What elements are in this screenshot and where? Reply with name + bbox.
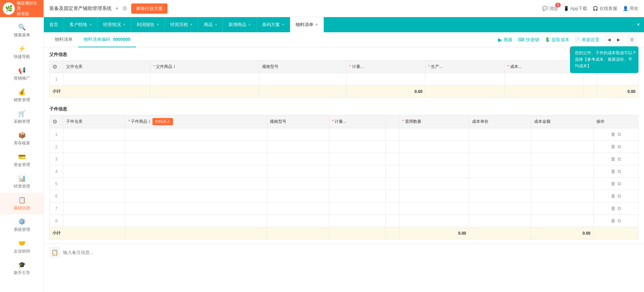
child-product-7[interactable] [125, 202, 267, 215]
delete-icon-4[interactable]: 🗑 [611, 168, 616, 174]
delete-icon-6[interactable]: 🗑 [611, 193, 616, 199]
tab-history[interactable]: 经营历程 × [165, 17, 198, 32]
settings-icon[interactable]: ⚙ [122, 5, 127, 12]
child-product-5[interactable] [125, 178, 267, 190]
sidebar-item-quicknav[interactable]: ⚡ 快捷导航 [0, 42, 44, 63]
close-tab-barcode[interactable]: × [282, 22, 284, 27]
child-product-1[interactable] [125, 128, 267, 141]
child-spec-1[interactable] [267, 128, 329, 141]
child-spec-6[interactable] [267, 190, 329, 202]
child-req-qty-8[interactable] [399, 215, 469, 227]
cost-button[interactable]: 💲 提取成本 [545, 37, 569, 43]
child-spec-8[interactable] [267, 215, 329, 227]
child-warehouse-6[interactable] [63, 190, 125, 202]
child-req-qty-3[interactable] [399, 153, 469, 165]
child-req-qty-2[interactable] [399, 141, 469, 153]
delete-icon-1[interactable]: 🗑 [611, 131, 616, 137]
parent-settings-icon[interactable]: ⚙ [52, 64, 57, 70]
child-req-qty-4[interactable] [399, 165, 469, 178]
sidebar-item-guide[interactable]: 🎓 新手引导 [0, 258, 44, 279]
app-download-button[interactable]: 📱 App下载 [564, 5, 587, 12]
child-qty-6[interactable] [329, 190, 386, 202]
child-settings-icon[interactable]: ⚙ [52, 119, 57, 125]
delete-icon-2[interactable]: 🗑 [611, 144, 616, 150]
child-spec-4[interactable] [267, 165, 329, 178]
child-warehouse-7[interactable] [63, 202, 125, 215]
tooltip-close-button[interactable]: × [633, 48, 636, 56]
sidebar-item-basic[interactable]: 📋 基础信息 [0, 193, 44, 214]
child-qty-1[interactable] [329, 128, 386, 141]
grid-view-button[interactable]: ☰ [628, 36, 636, 44]
sub-tab-list[interactable]: 物料清单 [49, 32, 78, 47]
child-product-8[interactable] [125, 215, 267, 227]
child-warehouse-5[interactable] [63, 178, 125, 190]
tab-barcode[interactable]: 条码方案 × [257, 17, 290, 32]
child-unit-cost-1[interactable] [469, 128, 531, 141]
close-tab-goods[interactable]: × [215, 22, 217, 27]
delete-icon-3[interactable]: 🗑 [611, 156, 616, 162]
child-spec-2[interactable] [267, 141, 329, 153]
tab-bom[interactable]: 物料清单 × [290, 17, 324, 32]
scan-btn[interactable]: 扫码录入 [152, 118, 173, 125]
note-input[interactable] [63, 250, 639, 255]
next-arrow[interactable]: ▶ [615, 36, 623, 44]
delete-icon-8[interactable]: 🗑 [611, 218, 616, 224]
close-tab-bom[interactable]: × [315, 22, 318, 27]
video-button[interactable]: ▶ 视频 [498, 37, 512, 43]
child-warehouse-1[interactable] [63, 128, 125, 141]
sub-tab-detail[interactable]: 物料清单编码 0000005 [78, 32, 136, 47]
child-unit-cost-8[interactable] [469, 215, 531, 227]
service-button[interactable]: 🎧 在线客服 [593, 5, 617, 12]
copy-icon-4[interactable]: ⧉ [618, 168, 621, 174]
delete-icon-7[interactable]: 🗑 [611, 206, 616, 211]
child-qty-4[interactable] [329, 165, 386, 178]
sidebar-item-inventory[interactable]: 📦 库存核算 [0, 128, 44, 150]
child-unit-cost-6[interactable] [469, 190, 531, 202]
sidebar-item-finance[interactable]: 💳 资金管理 [0, 150, 44, 171]
child-req-qty-6[interactable] [399, 190, 469, 202]
user-button[interactable]: 👤 用友 [623, 5, 639, 12]
child-qty-3[interactable] [329, 153, 386, 165]
copy-icon-7[interactable]: ⧉ [618, 206, 621, 211]
tab-operations[interactable]: 经营情况 × [98, 17, 131, 32]
close-tab-customer[interactable]: × [89, 22, 92, 27]
parent-cost-cell[interactable] [505, 73, 584, 85]
delete-icon-5[interactable]: 🗑 [611, 181, 616, 187]
child-warehouse-4[interactable] [63, 165, 125, 178]
copy-icon-6[interactable]: ⧉ [618, 193, 621, 199]
child-qty-2[interactable] [329, 141, 386, 153]
child-unit-cost-2[interactable] [469, 141, 531, 153]
dropdown-icon[interactable]: ▾ [116, 6, 118, 11]
tab-profit[interactable]: 利润报告 × [131, 17, 165, 32]
child-product-4[interactable] [125, 165, 267, 178]
close-all-tabs[interactable]: × [633, 22, 644, 28]
copy-icon-2[interactable]: ⧉ [618, 144, 621, 150]
child-warehouse-8[interactable] [63, 215, 125, 227]
parent-warehouse-cell[interactable] [63, 73, 150, 85]
child-qty-8[interactable] [329, 215, 386, 227]
sidebar-item-search[interactable]: 🔍 搜索菜单 [0, 20, 44, 42]
child-product-6[interactable] [125, 190, 267, 202]
child-unit-cost-7[interactable] [469, 202, 531, 215]
close-tab-history[interactable]: × [190, 22, 193, 27]
sidebar-item-purchase[interactable]: 🛒 采购管理 [0, 106, 44, 128]
message-button[interactable]: 💬 消息 6 [542, 5, 558, 12]
copy-icon-1[interactable]: ⧉ [618, 131, 621, 137]
tab-customer[interactable]: 客户联络 × [64, 17, 98, 32]
parent-qty-cell[interactable] [346, 73, 425, 85]
child-spec-7[interactable] [267, 202, 329, 215]
parent-production-cell[interactable] [425, 73, 505, 85]
copy-icon-5[interactable]: ⧉ [618, 181, 621, 187]
close-tab-operations[interactable]: × [123, 22, 125, 27]
child-qty-7[interactable] [329, 202, 386, 215]
child-product-2[interactable] [125, 141, 267, 153]
sidebar-item-marketing[interactable]: 📢 营销推广 [0, 63, 44, 85]
copy-icon-3[interactable]: ⧉ [618, 156, 621, 162]
shortcut-button[interactable]: ⌨ 快捷键 [518, 37, 539, 43]
sidebar-item-system[interactable]: ⚙️ 系统管理 [0, 214, 44, 236]
sidebar-item-sales[interactable]: 💰 销售管理 [0, 85, 44, 106]
child-unit-cost-4[interactable] [469, 165, 531, 178]
single-setting-button[interactable]: 📄 单据设置 [575, 37, 599, 43]
child-req-qty-5[interactable] [399, 178, 469, 190]
child-product-3[interactable] [125, 153, 267, 165]
